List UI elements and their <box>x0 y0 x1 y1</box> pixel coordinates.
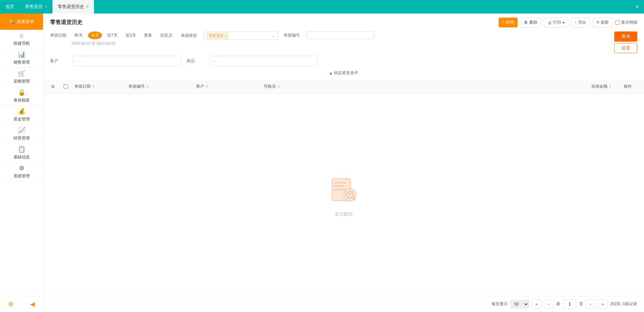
date-btn-today[interactable]: 今天 <box>88 31 102 39</box>
sidebar-item-sys-mgmt[interactable]: ⚙ 系统管理 <box>0 162 43 181</box>
empty-icon <box>327 172 361 206</box>
toolbar: + 新增 🗑 删除 🖨 打印 ▾ ↑ 导出 ↻ 刷新 显示明细 <box>499 18 637 27</box>
sidebar-item-quick-nav-label: 快捷导航 <box>14 41 30 46</box>
show-detail-checkbox[interactable] <box>615 20 620 25</box>
sidebar-item-base-info[interactable]: 📋 基础信息 <box>0 143 43 162</box>
bill-type-select[interactable]: 零售退货 × ⌄ <box>204 31 278 40</box>
date-btn-1month[interactable]: 近1月 <box>123 31 139 39</box>
empty-text: 暂无数据 <box>335 211 353 217</box>
bill-type-tag-close[interactable]: × <box>224 34 226 38</box>
date-btn-more[interactable]: 更多 <box>141 31 155 39</box>
sidebar-footer: ⚙ ◀ <box>0 296 43 312</box>
last-page-button[interactable]: » <box>598 299 607 309</box>
page-label: 第 <box>556 301 560 307</box>
print-chevron-icon: ▾ <box>563 20 565 25</box>
refresh-button[interactable]: ↻ 刷新 <box>593 18 613 27</box>
date-btn-7days[interactable]: 近7天 <box>104 31 121 39</box>
main-layout: 🔍 搜索菜单 ⌂ 快捷导航 📊 销售管理 🛒 采购管理 🔒 库存核算 💰 资金管… <box>0 14 644 312</box>
action-buttons: 查询 设置 <box>614 31 637 53</box>
date-btn-custom[interactable]: 自定义 <box>157 31 175 39</box>
customer-label: 客户 <box>50 58 70 64</box>
th-amount-label: 实销金额 <box>591 84 607 89</box>
tab-retail-return[interactable]: 零售退货 × <box>20 0 52 14</box>
tab-retail-return-history-label: 零售退货历史 <box>58 4 84 10</box>
sidebar-item-inventory[interactable]: 🔒 库存核算 <box>0 87 43 106</box>
tab-home-label: 首页 <box>5 4 14 10</box>
select-all-checkbox[interactable] <box>64 84 68 89</box>
th-bill-no-sort-icon[interactable]: ⇅ <box>146 85 149 88</box>
show-detail-checkbox-label[interactable]: 显示明细 <box>615 20 637 25</box>
sidebar-item-sales-mgmt[interactable]: 📊 销售管理 <box>0 49 43 68</box>
page-input[interactable] <box>563 299 576 309</box>
tab-retail-return-history-close[interactable]: × <box>86 4 89 9</box>
customer-filter-cell: 客户 ... <box>50 56 181 66</box>
bill-type-tag[interactable]: 零售退货 × <box>207 33 228 39</box>
tab-retail-return-close[interactable]: × <box>45 4 47 9</box>
gear-icon: ⚙ <box>19 164 24 172</box>
sidebar-search-label: 搜索菜单 <box>17 19 34 25</box>
th-action: 操作 <box>614 84 641 89</box>
query-button[interactable]: 查询 <box>614 31 637 42</box>
bill-no-filter-cell: 单据编号 <box>284 31 374 39</box>
ops-icon: 📈 <box>18 127 25 134</box>
sidebar-item-quick-nav[interactable]: ⌂ 快捷导航 <box>0 30 43 49</box>
content-area: 零售退货历史 + 新增 🗑 删除 🖨 打印 ▾ ↑ 导出 ↻ 刷新 <box>43 14 644 312</box>
th-amount-sort-icon[interactable]: ⇅ <box>609 85 612 88</box>
th-date-label: 单据日期 <box>74 84 91 89</box>
tab-home[interactable]: 首页 <box>0 0 20 14</box>
svg-rect-2 <box>334 185 344 187</box>
tab-retail-return-history[interactable]: 零售退货历史 × <box>52 0 94 14</box>
chart-icon: 📊 <box>18 51 25 58</box>
th-date-sort-icon[interactable]: ⇅ <box>92 85 95 88</box>
goods-label: 商品 <box>187 58 207 64</box>
sidebar: 🔍 搜索菜单 ⌂ 快捷导航 📊 销售管理 🛒 采购管理 🔒 库存核算 💰 资金管… <box>0 14 43 312</box>
date-btn-yesterday[interactable]: 昨天 <box>72 31 86 39</box>
th-customer-label: 客户 <box>196 84 204 89</box>
table-settings-icon[interactable]: ⚙ <box>51 84 55 89</box>
window-close-button[interactable]: × <box>630 0 644 14</box>
page-title-row: 零售退货历史 + 新增 🗑 删除 🖨 打印 ▾ ↑ 导出 ↻ 刷新 <box>50 18 637 27</box>
th-bill-no[interactable]: 单据编号 ⇅ <box>126 84 193 89</box>
sidebar-search[interactable]: 🔍 搜索菜单 <box>0 14 43 30</box>
th-checkbox[interactable] <box>59 84 72 89</box>
date-range-display: 2023-06-02 至 2023-06-02 <box>72 41 116 45</box>
th-date[interactable]: 单据日期 ⇅ <box>72 84 126 89</box>
date-filter: 昨天 今天 近7天 近1月 更多 自定义 <box>72 31 175 39</box>
filter-section: 零售退货历史 + 新增 🗑 删除 🖨 打印 ▾ ↑ 导出 ↻ 刷新 <box>43 14 644 80</box>
settings-footer-icon[interactable]: ⚙ <box>8 300 14 308</box>
svg-rect-3 <box>334 189 345 190</box>
th-customer-sort-icon[interactable]: ⇅ <box>206 85 208 88</box>
money-icon: 💰 <box>18 108 25 115</box>
prev-page-button[interactable]: ‹ <box>544 299 553 309</box>
collapse-sidebar-icon[interactable]: ◀ <box>30 300 35 308</box>
new-button[interactable]: + 新增 <box>499 18 518 27</box>
customer-input[interactable]: ... <box>73 56 181 66</box>
tab-retail-return-label: 零售退货 <box>25 4 43 10</box>
print-icon: 🖨 <box>548 20 552 25</box>
delete-button[interactable]: 🗑 删除 <box>520 18 541 27</box>
bill-no-label: 单据编号 <box>284 32 304 38</box>
th-amount[interactable]: 实销金额 ⇅ <box>574 84 614 89</box>
print-label: 打印 <box>553 20 561 25</box>
collapse-button[interactable]: ▲ 收起更多条件 <box>325 69 363 77</box>
sidebar-item-finance[interactable]: 💰 资金管理 <box>0 106 43 125</box>
export-button[interactable]: ↑ 导出 <box>571 18 590 27</box>
goods-input[interactable]: ... <box>210 56 318 66</box>
page-size-select[interactable]: 50 10 20 100 <box>510 300 529 308</box>
bill-no-input[interactable] <box>307 31 374 39</box>
lock-icon: 🔒 <box>18 89 25 96</box>
first-page-button[interactable]: « <box>532 299 541 309</box>
filter-settings-button[interactable]: 设置 <box>614 43 637 53</box>
next-page-button[interactable]: › <box>586 299 595 309</box>
th-guide-sort-icon[interactable]: ⇅ <box>277 85 280 88</box>
sidebar-item-purchase-mgmt[interactable]: 🛒 采购管理 <box>0 68 43 87</box>
th-customer[interactable]: 客户 ⇅ <box>193 84 261 89</box>
page-title: 零售退货历史 <box>50 19 82 26</box>
print-button[interactable]: 🖨 打印 ▾ <box>544 18 568 27</box>
bill-type-tag-text: 零售退货 <box>209 33 223 38</box>
sidebar-item-operations[interactable]: 📈 经营管理 <box>0 125 43 143</box>
th-settings[interactable]: ⚙ <box>46 84 59 89</box>
page-unit: 页 <box>579 301 583 307</box>
th-guide[interactable]: 导购员 ⇅ <box>261 84 574 89</box>
table-header: ⚙ 单据日期 ⇅ 单据编号 ⇅ 客户 ⇅ 导购员 <box>43 80 644 93</box>
